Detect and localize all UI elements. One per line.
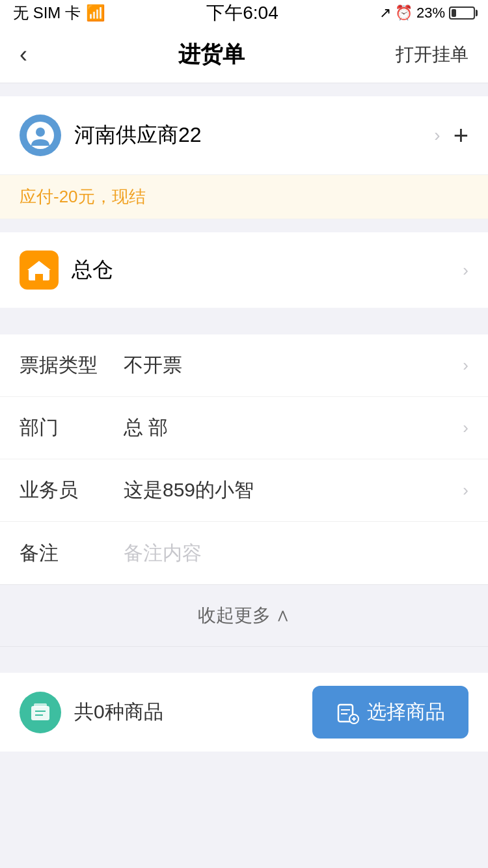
department-row[interactable]: 部门 总 部 › (0, 397, 488, 459)
section-gap-1 (0, 83, 488, 96)
select-product-button[interactable]: 选择商品 (312, 686, 468, 739)
supplier-row[interactable]: 河南供应商22 › + (0, 96, 488, 175)
salesperson-value: 这是859的小智 (111, 477, 463, 504)
salesperson-chevron-icon: › (463, 480, 468, 500)
back-button[interactable]: ‹ (20, 41, 27, 68)
department-label: 部门 (20, 414, 111, 441)
battery-percent: 23% (416, 5, 445, 21)
remark-input[interactable]: 备注内容 (111, 540, 468, 567)
person-icon (27, 122, 54, 149)
invoice-chevron-icon: › (463, 355, 468, 375)
warehouse-svg (26, 257, 52, 283)
open-pending-button[interactable]: 打开挂单 (396, 42, 468, 67)
section-gap-3 (0, 308, 488, 321)
svg-marker-2 (27, 261, 51, 270)
invoice-value: 不开票 (111, 352, 463, 379)
remark-row[interactable]: 备注 备注内容 (0, 522, 488, 584)
battery-icon (449, 7, 475, 20)
supplier-card: 河南供应商22 › + 应付-20元，现结 (0, 96, 488, 219)
person-svg (29, 124, 52, 147)
section-gap-2 (0, 219, 488, 232)
remark-label: 备注 (20, 540, 111, 567)
department-value: 总 部 (111, 414, 463, 441)
supplier-name: 河南供应商22 (74, 121, 434, 150)
status-right: ↗ ⏰ 23% (379, 5, 475, 21)
department-chevron-icon: › (463, 418, 468, 438)
notice-banner: 应付-20元，现结 (0, 175, 488, 219)
svg-rect-5 (34, 703, 47, 707)
supplier-avatar (20, 115, 61, 156)
collapse-button[interactable]: 收起更多 ∧ (198, 603, 291, 628)
warehouse-chevron-icon: › (463, 260, 468, 280)
warehouse-icon (20, 251, 59, 290)
product-count: 共0种商品 (74, 699, 312, 726)
select-product-icon (336, 701, 359, 724)
invoice-row[interactable]: 票据类型 不开票 › (0, 334, 488, 397)
svg-rect-4 (31, 706, 49, 720)
salesperson-label: 业务员 (20, 477, 111, 504)
nav-bar: ‹ 进货单 打开挂单 (0, 26, 488, 83)
collapse-section[interactable]: 收起更多 ∧ (0, 584, 488, 647)
notice-text: 应付-20元，现结 (20, 187, 146, 206)
carrier-text: 无 SIM 卡 (13, 3, 81, 23)
form-section: 票据类型 不开票 › 部门 总 部 › 业务员 这是859的小智 › 备注 备注… (0, 334, 488, 584)
page-title: 进货单 (178, 40, 245, 70)
product-svg (27, 699, 53, 726)
svg-rect-3 (35, 274, 43, 280)
add-supplier-button[interactable]: + (454, 122, 468, 148)
salesperson-row[interactable]: 业务员 这是859的小智 › (0, 459, 488, 522)
status-bar: 无 SIM 卡 📶 下午6:04 ↗ ⏰ 23% (0, 0, 488, 26)
bottom-bar: 共0种商品 选择商品 (0, 673, 488, 752)
wifi-icon: 📶 (86, 4, 105, 22)
invoice-label: 票据类型 (20, 352, 111, 379)
supplier-chevron-icon: › (434, 125, 440, 146)
warehouse-name: 总仓 (72, 256, 463, 284)
select-btn-label: 选择商品 (367, 699, 445, 726)
warehouse-row[interactable]: 总仓 › (0, 232, 488, 308)
location-icon: ↗ (379, 5, 391, 21)
section-gap-4 (0, 647, 488, 660)
status-carrier: 无 SIM 卡 📶 (13, 3, 105, 23)
product-icon (20, 692, 61, 733)
status-time: 下午6:04 (206, 1, 278, 25)
alarm-icon: ⏰ (395, 5, 413, 21)
svg-point-0 (36, 128, 45, 137)
